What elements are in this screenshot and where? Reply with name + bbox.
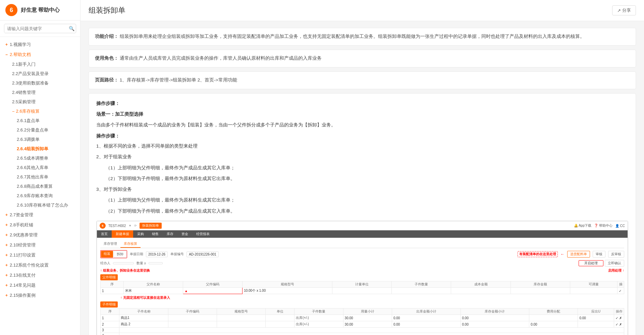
screenshot-child-table: 序 子件名称 子件编码 规格型号 单位 子件数量 用量小计 出库金额小计 库存金… (100, 308, 624, 335)
sidebar: 6 好生意 帮助中心 🔍 + 1.视频学习 − 2.帮助文档 2.1新手入门 2… (0, 0, 80, 335)
screenshot-ch-r1-qty: 出库(+/-) (294, 315, 343, 321)
sidebar-item-2-6-8[interactable]: 2.6.8商品成本重算 (0, 182, 80, 191)
screenshot-ch-code: 子件编码 (168, 309, 217, 315)
screenshot-ch-r1-spec (217, 315, 265, 321)
sidebar-item-2-2[interactable]: 2.2产品安装及登录 (0, 69, 80, 78)
screenshot-tab-accounting: 库存核算 (120, 240, 141, 248)
sidebar-item-2-6-3[interactable]: 2.6.3调拨单 (0, 135, 80, 144)
screenshot-parent-table: 序 父件名称 父件编码 规格型号 计量单位 子件数量 成本金额 库存金额 可调量 (100, 281, 624, 294)
sidebar-item-2-12[interactable]: + 2.12系统个性化设置 (0, 260, 80, 270)
expand-icon: + (5, 42, 8, 47)
sidebar-item-2-14[interactable]: + 2.14常见问题 (0, 280, 80, 290)
screenshot-tab-manage: 库存管理 (100, 240, 120, 248)
screenshot-row-parent-name: 米米 (123, 288, 183, 294)
screenshot-annotation1: 有装配清单的在这里处理 (518, 251, 558, 257)
screenshot-th-cost: 成本金额 (451, 281, 511, 288)
screenshot-ch-r2-st: 30.00 (343, 321, 392, 328)
screenshot-row-cost (451, 288, 511, 294)
search-wrap: 🔍 (4, 24, 76, 33)
screenshot-row-op: ✓ (618, 288, 624, 294)
plus-icon: + (5, 253, 8, 258)
screenshot-annotation4: ↑ 无固定流程可以直接在这里录入 (100, 295, 624, 300)
sidebar-item-2-6-9[interactable]: 2.6.9库存账本查询 (0, 191, 80, 201)
sidebar-item-2-3[interactable]: 2.3使用前数据准备 (0, 78, 80, 88)
main-header: 组装拆卸单 ↗ 分享 (80, 0, 644, 21)
screenshot-ch-r3-empty (119, 328, 624, 333)
role-text: 通常由生产人员或库管人员完成拆装业务的操作，库管人员确认原材料的出库和产成品的入… (120, 56, 322, 61)
screenshot-ch-qty: 子件数量 (294, 309, 343, 315)
search-input[interactable] (4, 24, 66, 33)
screenshot-ch-out-amt: 出库金额小计 (392, 309, 461, 315)
sidebar-item-2-4[interactable]: 2.4销售管理 (0, 88, 80, 97)
screenshot-ch-r1-oa: 0.00 (392, 315, 461, 321)
plus-icon: + (5, 233, 8, 237)
screenshot-ch-r2-name: 商品 2 (119, 321, 168, 328)
screenshot-nav-report: 经营报表 (192, 230, 214, 238)
screenshot-ch-out-u: 应出U (578, 309, 614, 315)
screenshot-ch-r2-unit (266, 321, 294, 328)
sidebar-item-2-8[interactable]: + 2.8手机旺铺 (0, 220, 80, 230)
sidebar-item-docs[interactable]: − 2.帮助文档 (0, 50, 80, 60)
screenshot-ch-r4-seq: 4 (101, 333, 119, 335)
screenshot-nav-new: 新建单据 (112, 230, 133, 238)
sidebar-item-2-11[interactable]: + 2.11打印设置 (0, 250, 80, 260)
screenshot-number-label: 单据编号 (170, 252, 184, 257)
screenshot-qty (149, 262, 163, 264)
screenshot-ch-r1-seq: 1 (101, 315, 119, 321)
screenshot-ch-r2-al: 0.00 (529, 321, 578, 328)
sidebar-item-2-6-1[interactable]: 2.6.1盘点单 (0, 116, 80, 125)
scene1-desc: 当由多个子件材料组装成一个成品的业务为【组装】业务，当由一个父件拆分成多个子产品… (96, 121, 628, 129)
path-text: 1、库存核算->库存管理->组装拆卸单 2、首页->常用功能 (120, 77, 237, 82)
sidebar-item-2-6[interactable]: − 2.6库存核算 (0, 107, 80, 116)
step3: 3、对于拆卸业务 (96, 185, 628, 193)
screenshot-row-spec: 10.00个 x 1.00 (243, 288, 332, 294)
search-button[interactable]: 🔍 (66, 24, 76, 33)
share-button[interactable]: ↗ 分享 (612, 5, 636, 15)
sidebar-item-2-5[interactable]: 2.5采购管理 (0, 97, 80, 107)
screenshot-dropdown-icon: ▼ (128, 224, 131, 227)
screenshot-row-avail (570, 288, 617, 294)
function-intro-label: 功能介绍： (95, 34, 118, 39)
step2: 2、对于组装业务 (96, 153, 628, 161)
minus-icon-2-6: − (12, 109, 15, 114)
screenshot-ch-r1-ou: 0.00 (578, 315, 614, 321)
brand-name: 好生意 帮助中心 (21, 7, 60, 14)
plus-icon: + (5, 273, 8, 278)
sidebar-item-2-15[interactable]: + 2.15操作案例 (0, 290, 80, 300)
sidebar-item-2-9[interactable]: + 2.9优惠券管理 (0, 230, 80, 240)
screenshot-number-value: AD-20191226-001 (186, 252, 219, 257)
sidebar-item-2-6-7[interactable]: 2.6.7其他出库单 (0, 172, 80, 182)
screenshot-ch-r2-spec (217, 321, 265, 328)
screenshot-nav-sales: 销售 (148, 230, 163, 238)
screenshot-annotation2-area: ↑ 组装业务、拆卸业务在这里切换 启用处理 ↑ (100, 268, 624, 273)
sidebar-item-2-6-4[interactable]: 2.6.4组装拆卸单 (0, 144, 80, 154)
app-logo: 6 (5, 4, 17, 16)
sidebar-item-2-13[interactable]: + 2.13在线支付 (0, 270, 80, 280)
sidebar-item-2-6-5[interactable]: 2.6.5成本调整单 (0, 154, 80, 163)
sidebar-item-2-7[interactable]: + 2.7资金管理 (0, 210, 80, 220)
plus-icon: + (5, 213, 8, 217)
screenshot-type-selector: 组装 拆卸 (100, 250, 127, 258)
sidebar-item-videos[interactable]: + 1.视频学习 (0, 40, 80, 50)
screenshot-form-area: 库存管理 库存核算 组装 拆卸 单据日期 2019-12-26 (97, 238, 628, 335)
sidebar-item-2-6-10[interactable]: 2.6.10库存账本错了怎么办 (0, 201, 80, 210)
app-screenshot: 6 TEST-H002 ▼ ⟳ 拆装拆卸单 🔔 App下载 ❓ 帮助中心 👤 C… (97, 221, 628, 335)
sidebar-item-2-6-6[interactable]: 2.6.6其他入库单 (0, 163, 80, 172)
sidebar-item-2-10[interactable]: + 2.10经营管理 (0, 240, 80, 250)
screenshot-code-annotation: ▲ (184, 289, 188, 293)
plus-icon: + (5, 283, 8, 288)
ops-steps-label: 操作步骤： (96, 132, 628, 140)
screenshot-th-op: 操 (618, 281, 624, 288)
screenshot-ch-alloc: 费用分配 (529, 309, 578, 315)
screenshot-nav-cc: 👤 CC (615, 224, 625, 228)
screenshot-date-label: 单据日期 (130, 252, 143, 257)
sidebar-item-2-6-2[interactable]: 2.6.2分量盘点单 (0, 125, 80, 135)
sidebar-item-2-1[interactable]: 2.1新手入门 (0, 60, 80, 69)
screenshot-ch-r2-seq: 2 (101, 321, 119, 328)
screenshot-parent-label: 父件明细 (100, 274, 118, 280)
screenshot-nav-app: 🔔 App下载 (574, 223, 591, 228)
main-content: 功能介绍： 组装拆卸单用来处理企业组装或拆卸等加工业务，支持有固定装配清单的产品… (80, 21, 644, 335)
screenshot-ch-subtotal: 用量小计 (343, 309, 392, 315)
screenshot-ch-r2-code (168, 321, 217, 328)
screenshot-audit-btn: 审核 (593, 251, 605, 258)
